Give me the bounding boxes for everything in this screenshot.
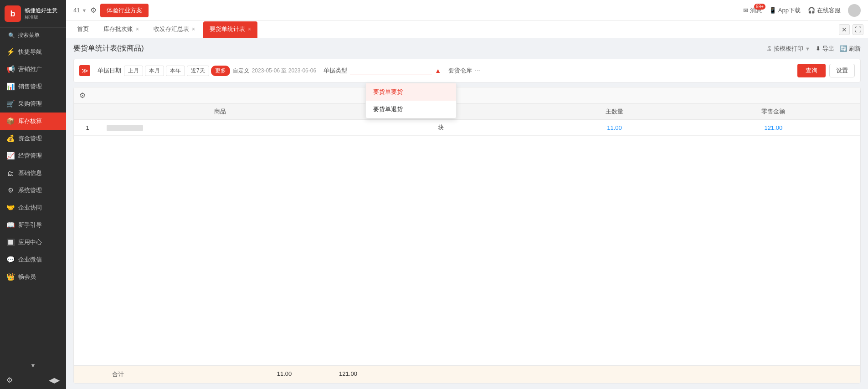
tab-close-order-summary[interactable]: × [248, 26, 251, 32]
sidebar-search[interactable]: 🔍 搜索菜单 [0, 28, 66, 43]
date-shortcuts: 上月 本月 本年 近7天 更多 [124, 66, 230, 76]
table-scroll-area: 商品 主计量单位 主数量 零售金额 1 块 [74, 104, 860, 365]
table-settings-icon[interactable]: ⚙ [79, 91, 86, 100]
sidebar-item-wechat-biz[interactable]: 💬 企业微信 [0, 251, 66, 268]
custom-date-btn[interactable]: 自定义 [233, 67, 249, 75]
results-table: 商品 主计量单位 主数量 零售金额 1 块 [74, 104, 860, 136]
store-selector[interactable]: 41 ▼ [73, 7, 87, 14]
message-icon: ✉ [743, 7, 748, 14]
amount-link[interactable]: 121.00 [764, 124, 782, 131]
type-input[interactable] [350, 66, 432, 75]
cell-product [101, 120, 339, 136]
sidebar-item-app-center[interactable]: 🔲 应用中心 [0, 234, 66, 251]
print-button[interactable]: 🖨 按模板打印 ▼ [766, 45, 810, 53]
sidebar-label-system: 系统管理 [18, 186, 42, 194]
trial-button[interactable]: 体验行业方案 [100, 4, 149, 17]
cell-amount: 121.00 [687, 120, 860, 136]
topbar-right: ✉ 消息 99+ 📱 App下载 🎧 在线客服 [743, 4, 861, 17]
expand-tab-button[interactable]: ⛶ [853, 24, 863, 35]
sidebar-item-system[interactable]: ⚙ 系统管理 [0, 182, 66, 199]
type-dropdown-icon[interactable]: ▲ [435, 67, 441, 74]
sidebar-item-inventory[interactable]: 📦 库存核算 [0, 113, 66, 130]
footer-label: 合计 [107, 370, 198, 379]
sidebar-label-inventory: 库存核算 [18, 117, 42, 125]
messages-button[interactable]: ✉ 消息 99+ [743, 6, 762, 15]
sidebar-item-guide[interactable]: 📖 新手引导 [0, 216, 66, 234]
online-service-button[interactable]: 🎧 在线客服 [808, 6, 841, 15]
sidebar-label-app-center: 应用中心 [18, 238, 42, 246]
col-quantity: 主数量 [542, 104, 686, 120]
filter-actions: 查询 设置 [797, 64, 855, 77]
tab-inventory-batch-label: 库存批次账 [103, 25, 133, 33]
refresh-button[interactable]: 🔄 刷新 [840, 45, 861, 53]
tab-inventory-batch[interactable]: 库存批次账 × [97, 21, 145, 38]
app-brand: 畅捷通好生意 标准版 [25, 7, 57, 21]
table-footer: 合计 11.00 121.00 [74, 365, 860, 383]
app-download-button[interactable]: 📱 App下载 [769, 6, 801, 15]
sidebar-label-membership: 畅会员 [18, 273, 36, 281]
warehouse-filter-group: 要货仓库 ··· [448, 67, 481, 75]
sidebar-label-wechat-biz: 企业微信 [18, 256, 42, 264]
footer-quantity: 11.00 [252, 370, 316, 379]
sidebar-label-finance: 资金管理 [18, 134, 42, 143]
prev-month-btn[interactable]: 上月 [124, 66, 143, 76]
table-body: 1 块 11.00 121.00 [74, 120, 860, 136]
tab-home-label: 首页 [77, 25, 89, 33]
settings-button[interactable]: 设置 [829, 64, 855, 77]
app-download-label: App下载 [778, 6, 801, 15]
tab-close-recv-summary[interactable]: × [192, 26, 195, 32]
sidebar-item-membership[interactable]: 👑 畅会员 [0, 268, 66, 286]
footer-amount: 121.00 [316, 370, 380, 379]
tab-recv-summary[interactable]: 收发存汇总表 × [147, 21, 201, 38]
sidebar-label-operations: 经营管理 [18, 152, 42, 160]
product-name-placeholder [107, 125, 143, 131]
brand-sub: 标准版 [25, 14, 57, 20]
this-year-btn[interactable]: 本年 [166, 66, 185, 76]
sidebar-item-quick-nav[interactable]: ⚡ 快捷导航 [0, 43, 66, 61]
system-icon: ⚙ [6, 186, 15, 194]
warehouse-more-icon[interactable]: ··· [475, 67, 481, 75]
dropdown-item-order-goods[interactable]: 要货单要货 [366, 83, 456, 101]
date-label: 单据日期 [98, 67, 121, 75]
sidebar-item-finance[interactable]: 💰 资金管理 [0, 130, 66, 147]
filter-expand-button[interactable]: ≫ [79, 65, 90, 76]
topbar-gear-icon[interactable]: ⚙ [90, 6, 97, 15]
purchase-icon: 🛒 [6, 100, 15, 108]
last7days-btn[interactable]: 近7天 [187, 66, 209, 76]
warehouse-label: 要货仓库 [448, 67, 472, 75]
data-table: ⚙ 商品 主计量单位 主数量 零售金额 [73, 87, 861, 384]
sidebar-scroll-down[interactable]: ▼ [0, 360, 66, 371]
headset-icon: 🎧 [808, 7, 815, 14]
store-number: 41 [73, 7, 80, 14]
quantity-link[interactable]: 11.00 [607, 124, 622, 131]
tab-close-inventory-batch[interactable]: × [136, 26, 139, 32]
export-button[interactable]: ⬇ 导出 [816, 45, 834, 53]
sidebar-label-enterprise: 企业协同 [18, 204, 42, 212]
inventory-icon: 📦 [6, 117, 15, 125]
close-tab-button[interactable]: ✕ [839, 24, 850, 35]
collapse-button[interactable]: ◀▶ [49, 376, 60, 384]
more-dates-btn[interactable]: 更多 [211, 66, 230, 76]
sidebar-label-guide: 新手引导 [18, 221, 42, 229]
print-dropdown-icon[interactable]: ▼ [805, 46, 810, 51]
export-btn-label: 导出 [822, 45, 834, 53]
sidebar-item-operations[interactable]: 📈 经营管理 [0, 147, 66, 164]
tab-home[interactable]: 首页 [71, 21, 95, 38]
settings-icon[interactable]: ⚙ [6, 376, 13, 384]
sidebar-item-enterprise[interactable]: 🤝 企业协同 [0, 199, 66, 216]
tab-order-summary[interactable]: 要货单统计表 × [203, 21, 257, 38]
sidebar-bottom: ⚙ ◀▶ [0, 371, 66, 389]
printer-icon: 🖨 [766, 45, 772, 52]
dropdown-item-order-return[interactable]: 要货单退货 [366, 101, 456, 118]
table-header: 商品 主计量单位 主数量 零售金额 [74, 104, 860, 120]
sidebar-item-purchase[interactable]: 🛒 采购管理 [0, 95, 66, 113]
this-month-btn[interactable]: 本月 [145, 66, 164, 76]
tab-recv-summary-label: 收发存汇总表 [154, 25, 189, 33]
type-label: 单据类型 [324, 67, 347, 75]
sidebar-item-sales[interactable]: 📊 销售管理 [0, 78, 66, 95]
sidebar-item-basic-info[interactable]: 🗂 基础信息 [0, 164, 66, 182]
cell-row-num: 1 [74, 120, 101, 136]
sidebar-item-marketing[interactable]: 📢 营销推广 [0, 61, 66, 78]
query-button[interactable]: 查询 [797, 64, 826, 77]
user-avatar[interactable] [848, 4, 861, 17]
